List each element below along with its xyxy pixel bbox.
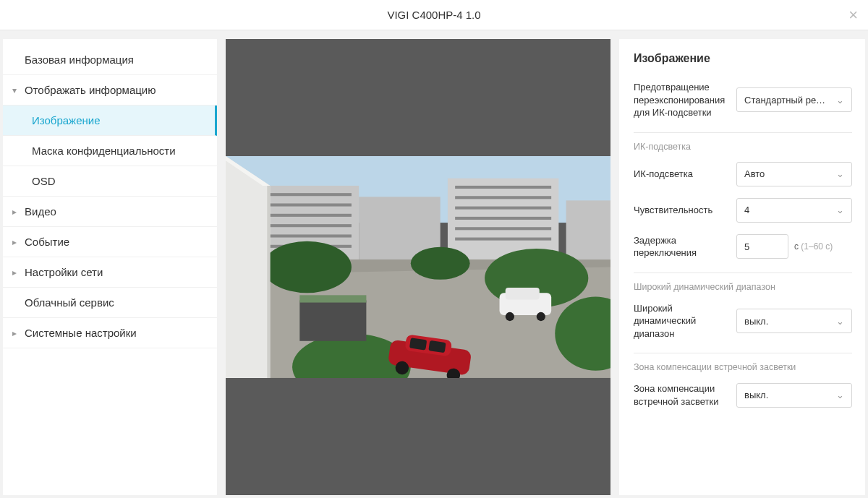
header: VIGI C400HP-4 1.0 × <box>0 0 868 30</box>
svg-rect-24 <box>299 301 366 341</box>
svg-rect-7 <box>270 214 352 217</box>
select-value: 4 <box>744 205 749 215</box>
select-value: выкл. <box>744 390 768 400</box>
svg-rect-27 <box>506 288 540 299</box>
sidebar-item-label: Базовая информация <box>22 53 134 66</box>
select-sensitivity[interactable]: 4 ⌄ <box>736 198 852 223</box>
row-ir-mode: ИК-подсветка Авто ⌄ <box>634 162 852 186</box>
sidebar-item-display-info[interactable]: ▾ Отображать информацию <box>3 75 217 106</box>
chevron-right-icon: ▸ <box>7 328 22 338</box>
label-switch-delay: Задержка переключения <box>634 234 729 259</box>
sidebar-item-label: Событие <box>22 236 69 248</box>
select-wdr[interactable]: выкл. ⌄ <box>736 309 852 333</box>
sidebar-subitem-image[interactable]: Изображение <box>3 106 217 136</box>
select-value: выкл. <box>744 316 768 327</box>
label-ir-mode: ИК-подсветка <box>634 168 729 181</box>
svg-rect-8 <box>270 224 352 227</box>
settings-title: Изображение <box>634 52 852 65</box>
row-wdr: Широкий динамический диапазон выкл. ⌄ <box>634 302 852 340</box>
chevron-down-icon: ▾ <box>7 85 22 95</box>
section-wdr-heading: Широкий динамический диапазон <box>634 272 852 292</box>
svg-rect-5 <box>270 193 352 196</box>
row-blc: Зона компенсации встречной засветки выкл… <box>634 382 852 408</box>
video-preview <box>226 39 610 495</box>
label-blc: Зона компенсации встречной засветки <box>634 382 729 408</box>
chevron-down-icon: ⌄ <box>836 316 844 327</box>
camera-feed-placeholder <box>226 156 610 378</box>
label-overexposure: Предотвращение переэкспонирования для ИК… <box>634 81 729 119</box>
sidebar-item-label: Облачный сервис <box>22 296 114 309</box>
sidebar-item-cloud[interactable]: Облачный сервис <box>3 288 217 318</box>
select-value: Авто <box>744 168 765 179</box>
sidebar-item-system[interactable]: ▸ Системные настройки <box>3 318 217 348</box>
sidebar-item-label: Маска конфиденциальности <box>32 145 176 157</box>
svg-rect-25 <box>299 295 366 302</box>
settings-panel: Изображение Предотвращение переэкспониро… <box>619 39 865 495</box>
svg-rect-11 <box>455 186 551 189</box>
sidebar-subitem-osd[interactable]: OSD <box>3 166 217 197</box>
svg-point-29 <box>537 312 545 321</box>
sidebar: Базовая информация ▾ Отображать информац… <box>3 39 217 495</box>
select-value: Стандартный режим <box>744 95 830 106</box>
sidebar-item-event[interactable]: ▸ Событие <box>3 227 217 257</box>
input-switch-delay[interactable]: 5 <box>736 234 788 259</box>
label-sensitivity: Чувствительность <box>634 204 729 217</box>
svg-marker-36 <box>226 156 270 378</box>
svg-rect-14 <box>455 217 551 220</box>
sidebar-item-network[interactable]: ▸ Настройки сети <box>3 257 217 288</box>
label-wdr: Широкий динамический диапазон <box>634 302 729 340</box>
chevron-down-icon: ⌄ <box>836 205 844 215</box>
sidebar-item-label: Настройки сети <box>22 266 103 278</box>
chevron-down-icon: ⌄ <box>836 95 844 106</box>
sidebar-item-label: Изображение <box>32 114 101 126</box>
main-layout: Базовая информация ▾ Отображать информац… <box>0 39 868 498</box>
sidebar-item-label: Видео <box>22 205 56 218</box>
row-sensitivity: Чувствительность 4 ⌄ <box>634 198 852 223</box>
section-ir-heading: ИК-подсветка <box>634 132 852 152</box>
chevron-down-icon: ⌄ <box>836 390 844 400</box>
input-value: 5 <box>744 241 749 252</box>
header-gap <box>0 30 868 39</box>
svg-marker-38 <box>267 186 270 378</box>
row-switch-delay: Задержка переключения 5 с (1–60 с) <box>634 234 852 259</box>
svg-rect-16 <box>455 238 551 241</box>
svg-rect-15 <box>455 227 551 230</box>
hint-unit: с (1–60 с) <box>794 241 833 252</box>
svg-point-21 <box>411 247 470 280</box>
sidebar-subitem-privacy-mask[interactable]: Маска конфиденциальности <box>3 136 217 166</box>
chevron-right-icon: ▸ <box>7 207 22 217</box>
svg-point-19 <box>263 241 352 293</box>
svg-point-28 <box>506 312 514 321</box>
svg-rect-13 <box>455 207 551 210</box>
chevron-right-icon: ▸ <box>7 237 22 247</box>
svg-rect-12 <box>455 196 551 199</box>
svg-rect-9 <box>270 234 352 237</box>
close-icon[interactable]: × <box>848 6 858 25</box>
sidebar-item-label: OSD <box>32 175 56 187</box>
chevron-right-icon: ▸ <box>7 267 22 278</box>
sidebar-item-video[interactable]: ▸ Видео <box>3 197 217 227</box>
select-overexposure[interactable]: Стандартный режим ⌄ <box>736 87 852 112</box>
sidebar-item-label: Отображать информацию <box>22 84 156 96</box>
select-blc[interactable]: выкл. ⌄ <box>736 383 852 408</box>
select-ir-mode[interactable]: Авто ⌄ <box>736 162 852 186</box>
row-overexposure: Предотвращение переэкспонирования для ИК… <box>634 81 852 119</box>
page-title: VIGI C400HP-4 1.0 <box>387 9 480 21</box>
sidebar-item-label: Системные настройки <box>22 327 137 339</box>
section-blc-heading: Зона компенсации встречной засветки <box>634 353 852 372</box>
sidebar-item-basic-info[interactable]: Базовая информация <box>3 45 217 75</box>
svg-rect-6 <box>270 204 352 207</box>
chevron-down-icon: ⌄ <box>836 168 844 179</box>
